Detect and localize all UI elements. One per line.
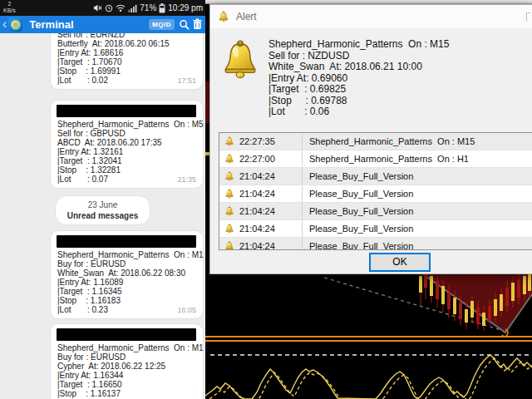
battery-percent: 71% (140, 3, 156, 12)
msg-line: |Lot : 0.23 (57, 305, 196, 314)
alert-time: 21:04:24 (239, 189, 275, 199)
msg-line: |Entry At: 1.16344 (57, 371, 196, 380)
dialog-close-fragment (526, 12, 530, 21)
msg-line: Cypher At: 2018.06.22 12:25 (57, 362, 196, 371)
message-timestamp: 21:35 (177, 175, 196, 184)
status-clock: 10:29 pm (168, 3, 203, 12)
oscillator-lines (205, 355, 532, 399)
alert-text: Please_Buy_Full_Version (303, 224, 413, 234)
bell-icon (224, 206, 234, 216)
msg-line: White_Swan At: 2018.06.22 08:30 (57, 268, 196, 278)
orange-level-band (205, 336, 532, 342)
network-speed-indicator: 2 KB/s (3, 1, 16, 14)
alert-dialog: Alert Shepherd_Harmonic_Patterns On : M1… (209, 4, 532, 274)
alert-line: |Target : 0.69825 (268, 84, 449, 96)
signal-icon (128, 4, 137, 12)
dialog-title: Alert (236, 11, 257, 22)
separator-date: 23 June (67, 200, 139, 210)
unread-separator: 23 June Unread messages (55, 195, 151, 225)
back-icon[interactable]: ‹ (2, 17, 7, 32)
alarm-icon (105, 4, 113, 12)
android-status-bar: 2 KB/s (0, 0, 205, 16)
alert-line: Shepherd_Harmonic_Patterns On : M15 (268, 39, 449, 51)
bell-icon (224, 189, 234, 199)
alert-history-row[interactable]: 21:04:24 Please_Buy_Full_Version (219, 168, 532, 185)
msg-line: |Stop : 1.69991 (57, 66, 196, 76)
message-timestamp: 16:05 (177, 306, 196, 314)
msg-line: Butterfly At: 2018.06.20 06:15 (57, 39, 196, 48)
msg-line: Shepherd_Harmonic_Patterns On : M5 (57, 120, 196, 129)
msg-line: Sell for : GBPUSD (57, 129, 196, 138)
alert-line: |Lot : 0.06 (268, 106, 449, 118)
alert-time: 22:27:35 (239, 136, 275, 146)
alert-history-row[interactable]: 22:27:00 Shepherd_Harmonic_Patterns On :… (219, 150, 532, 168)
ok-button[interactable]: OK (369, 253, 431, 272)
terminal-app-bar: ‹ Terminal MQID (0, 16, 205, 33)
alert-text: Please_Buy_Full_Version (303, 189, 413, 199)
alert-message-block: Shepherd_Harmonic_Patterns On : M15 Sell… (268, 39, 449, 118)
bell-icon (224, 241, 234, 250)
trash-icon[interactable] (192, 18, 203, 30)
msg-line: |Entry At: 1.68616 (57, 48, 196, 57)
notification-card[interactable]: Shepherd_Harmonic_Patterns On : M1 Buy f… (50, 230, 204, 319)
alert-history-row[interactable]: 21:04:24 Please_Buy_Full_Version (219, 185, 532, 203)
msg-line: |Lot : 0.07 (57, 175, 196, 184)
alert-text: Shepherd_Harmonic_Patterns On : M15 (303, 136, 475, 146)
alert-time: 21:04:24 (239, 224, 275, 234)
msg-line: |Target : 1.16345 (57, 287, 196, 296)
redacted-text (57, 328, 196, 341)
bell-icon (218, 11, 229, 22)
alert-time: 21:04:24 (239, 241, 275, 250)
notification-card[interactable]: Shepherd_Harmonic_Patterns On : M5 Sell … (50, 100, 204, 189)
msg-line: |Entry At: 1.16089 (57, 278, 196, 287)
alert-history-row[interactable]: 22:27:35 Shepherd_Harmonic_Patterns On :… (219, 133, 532, 150)
alert-line: |Stop : 0.69788 (268, 96, 449, 107)
redacted-text (57, 105, 196, 117)
msg-line: |Stop : 1.16137 (57, 389, 196, 398)
message-timestamp: 17:51 (177, 76, 196, 85)
alert-time: 22:27:00 (239, 154, 275, 164)
bell-icon (224, 154, 234, 164)
msg-line: |Target : 1.16650 (57, 380, 196, 389)
msg-line: |Entry At: 1.32161 (57, 147, 196, 156)
search-icon[interactable] (179, 19, 190, 30)
alert-history-row[interactable]: 21:04:24 Please_Buy_Full_Version (219, 220, 532, 238)
alert-history-row[interactable]: 21:04:24 Please_Buy_Full_Version (219, 203, 532, 220)
mqid-badge[interactable]: MQID (149, 19, 175, 30)
msg-line: |Lot : 0.02 (57, 76, 196, 85)
msg-line: Buy for : EURUSD (57, 259, 196, 268)
msg-line: Shepherd_Harmonic_Patterns On : M1 (57, 343, 196, 352)
alert-bell-icon (219, 38, 261, 81)
msg-line: Sell for : EURNZD (57, 33, 196, 39)
alert-history-list[interactable]: 22:27:35 Shepherd_Harmonic_Patterns On :… (219, 132, 532, 250)
alert-line: Sell for : NZDUSD (268, 51, 449, 62)
msg-line: Buy for : EURUSD (57, 352, 196, 362)
app-title: Terminal (29, 18, 73, 31)
alert-text: Please_Buy_Full_Version (303, 171, 413, 181)
alert-text: Please_Buy_Full_Version (303, 241, 413, 250)
price-chart (205, 274, 532, 399)
msg-line: |Target : 1.32041 (57, 156, 196, 165)
wifi-icon (116, 4, 126, 12)
screenshot-root: Alert Shepherd_Harmonic_Patterns On : M1… (0, 0, 532, 399)
alert-line: |Entry At: 0.69060 (268, 73, 449, 85)
bell-icon (224, 224, 234, 234)
redacted-text (57, 235, 196, 248)
message-list[interactable]: Sell for : EURNZD Butterfly At: 2018.06.… (0, 33, 205, 399)
mute-icon (93, 3, 102, 12)
separator-label: Unread messages (67, 210, 139, 221)
msg-line: |Target : 1.70670 (57, 57, 196, 66)
alert-time: 21:04:24 (239, 171, 275, 181)
alert-time: 21:04:24 (239, 206, 275, 216)
metatrader-app-icon (8, 17, 22, 32)
notification-card[interactable]: Sell for : EURNZD Butterfly At: 2018.06.… (50, 33, 204, 90)
alert-history-row[interactable]: 21:04:24 Please_Buy_Full_Version (219, 238, 532, 250)
msg-line: Shepherd_Harmonic_Patterns On : M1 (57, 250, 196, 259)
battery-icon (159, 3, 165, 13)
phone-screenshot: 2 KB/s (0, 0, 205, 399)
notification-card[interactable]: Shepherd_Harmonic_Patterns On : M1 Buy f… (50, 323, 204, 399)
msg-line: |Stop : 1.16183 (57, 296, 196, 305)
alert-text: Please_Buy_Full_Version (303, 206, 413, 216)
dialog-title-bar[interactable]: Alert (210, 5, 532, 28)
msg-line: ABCD At: 2018.06.20 17:35 (57, 138, 196, 147)
